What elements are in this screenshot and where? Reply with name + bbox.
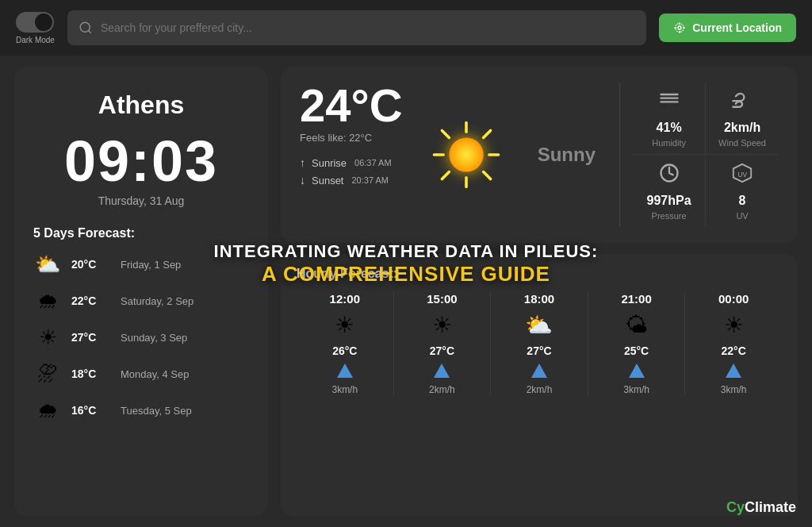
time-display: 09:03 xyxy=(33,133,249,190)
sun-icon xyxy=(431,119,502,190)
forecast-temp: 16°C xyxy=(71,404,111,417)
branding: CyClimate xyxy=(726,499,796,516)
pressure-stat: 997hPa Pressure xyxy=(633,155,706,227)
humidity-label: Humidity xyxy=(652,138,686,148)
header: Dark Mode Current Location xyxy=(0,0,812,56)
hourly-weather-icon: ☀ xyxy=(335,312,354,338)
hourly-time: 12:00 xyxy=(330,292,360,306)
weather-main: 24°C Feels like: 22°C ↑ Sunrise 06:37 AM… xyxy=(300,83,403,227)
forecast-list: ⛅ 20°C Friday, 1 Sep 🌧 22°C Saturday, 2 … xyxy=(33,250,249,425)
sunrise-item: ↑ Sunrise 06:37 AM xyxy=(300,156,403,169)
left-panel: Athens 09:03 Thursday, 31 Aug 5 Days For… xyxy=(14,67,268,516)
svg-line-11 xyxy=(442,172,449,179)
humidity-icon xyxy=(658,89,680,116)
humidity-value: 41% xyxy=(657,121,682,135)
forecast-date: Sunday, 3 Sep xyxy=(121,332,187,344)
sun-visual xyxy=(419,83,514,227)
right-panel: 24°C Feels like: 22°C ↑ Sunrise 06:37 AM… xyxy=(281,67,798,516)
svg-line-9 xyxy=(483,172,490,179)
forecast-item: ☀ 27°C Sunday, 3 Sep xyxy=(33,323,249,352)
wind-speed-label: Wind Speed xyxy=(718,138,766,148)
weather-card: 24°C Feels like: 22°C ↑ Sunrise 06:37 AM… xyxy=(281,67,798,243)
branding-suffix: Climate xyxy=(745,499,796,515)
toggle-thumb xyxy=(35,13,52,31)
current-location-label: Current Location xyxy=(692,21,782,34)
hourly-item: 21:00 🌤 25°C 3km/h xyxy=(588,292,686,395)
dark-mode-label: Dark Mode xyxy=(16,36,55,44)
forecast-weather-icon: ☀ xyxy=(33,323,62,352)
wind-speed-stat: 2km/h Wind Speed xyxy=(706,83,779,155)
hourly-item: 12:00 ☀ 26°C 3km/h xyxy=(297,292,394,395)
wind-speed-value: 2km/h xyxy=(724,121,760,135)
hourly-item: 00:00 ☀ 22°C 3km/h xyxy=(685,292,782,395)
dark-mode-toggle[interactable]: Dark Mode xyxy=(16,12,55,44)
hourly-wind: 2km/h xyxy=(527,384,553,395)
temperature: 24°C xyxy=(300,83,403,129)
search-icon xyxy=(79,21,93,35)
hourly-weather-icon: ⛅ xyxy=(525,312,553,338)
hourly-item: 15:00 ☀ 27°C 2km/h xyxy=(394,292,492,395)
svg-line-10 xyxy=(483,130,490,137)
hourly-wind: 3km/h xyxy=(623,384,649,395)
forecast-weather-icon: 🌧 xyxy=(33,287,62,315)
svg-point-0 xyxy=(80,22,90,32)
sunrise-label: Sunrise xyxy=(312,157,347,169)
toggle-track[interactable] xyxy=(16,12,54,33)
forecast-date: Monday, 4 Sep xyxy=(121,368,189,380)
condition-text: Sunny xyxy=(538,144,596,166)
forecast-item: 🌧 16°C Tuesday, 5 Sep xyxy=(33,396,249,425)
pressure-label: Pressure xyxy=(652,211,687,221)
sunset-time: 20:37 AM xyxy=(351,175,388,185)
svg-point-3 xyxy=(676,24,684,33)
sunset-item: ↓ Sunset 20:37 AM xyxy=(300,174,403,187)
uv-icon: UV xyxy=(731,162,753,189)
wind-direction-arrow xyxy=(629,364,645,378)
stats-grid: 41% Humidity 2km/h Wind Speed xyxy=(619,83,779,227)
humidity-stat: 41% Humidity xyxy=(633,83,706,155)
forecast-weather-icon: 🌧 xyxy=(33,396,62,425)
forecast-temp: 27°C xyxy=(71,331,111,344)
svg-text:UV: UV xyxy=(737,170,747,178)
main-content: Athens 09:03 Thursday, 31 Aug 5 Days For… xyxy=(0,56,812,527)
hourly-temp: 22°C xyxy=(722,344,746,357)
pressure-icon xyxy=(658,162,680,189)
hourly-temp: 25°C xyxy=(624,344,649,357)
city-name: Athens xyxy=(33,90,249,120)
forecast-date: Tuesday, 5 Sep xyxy=(121,405,192,417)
hourly-card: Hourly Forecast: 12:00 ☀ 26°C 3km/h 15:0… xyxy=(281,254,798,516)
hourly-time: 15:00 xyxy=(427,292,457,306)
wind-direction-arrow xyxy=(531,364,547,378)
forecast-item: 🌧 22°C Saturday, 2 Sep xyxy=(33,287,249,315)
svg-point-2 xyxy=(678,26,681,29)
uv-label: UV xyxy=(736,211,748,221)
forecast-temp: 18°C xyxy=(71,367,111,380)
hourly-title: Hourly Forecast: xyxy=(297,267,782,281)
wind-direction-arrow xyxy=(337,364,353,378)
search-container xyxy=(67,10,646,45)
forecast-title: 5 Days Forecast: xyxy=(33,226,249,240)
hourly-list: 12:00 ☀ 26°C 3km/h 15:00 ☀ 27°C 2km/h 18… xyxy=(297,292,782,395)
hourly-temp: 26°C xyxy=(332,344,357,357)
location-icon xyxy=(673,21,686,34)
forecast-weather-icon: ⛈ xyxy=(33,360,62,388)
sunset-label: Sunset xyxy=(312,175,343,187)
search-input[interactable] xyxy=(101,21,635,34)
hourly-time: 18:00 xyxy=(524,292,554,306)
date-display: Thursday, 31 Aug xyxy=(33,194,249,207)
hourly-weather-icon: ☀ xyxy=(724,312,744,338)
branding-prefix: Cy xyxy=(726,499,745,515)
forecast-date: Saturday, 2 Sep xyxy=(121,295,193,307)
condition-area: Sunny xyxy=(530,83,604,227)
sunset-arrow-icon: ↓ xyxy=(300,174,305,187)
wind-direction-arrow xyxy=(434,364,450,378)
wind-icon xyxy=(731,89,753,116)
uv-stat: UV 8 UV xyxy=(706,155,779,227)
svg-line-1 xyxy=(88,30,90,33)
forecast-temp: 22°C xyxy=(71,294,111,307)
hourly-wind: 3km/h xyxy=(721,384,747,395)
current-location-button[interactable]: Current Location xyxy=(659,13,796,42)
hourly-wind: 2km/h xyxy=(429,384,455,395)
hourly-weather-icon: ☀ xyxy=(432,312,452,338)
svg-point-12 xyxy=(449,137,483,171)
hourly-time: 00:00 xyxy=(718,292,749,306)
